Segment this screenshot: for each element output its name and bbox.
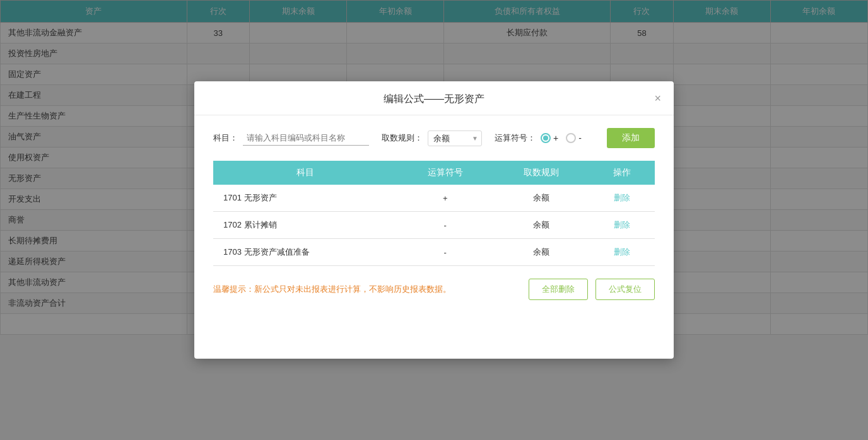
formula-operator: + <box>397 185 493 212</box>
subject-input[interactable] <box>243 130 369 146</box>
modal-title: 编辑公式——无形资产 <box>384 93 484 106</box>
rule-group: 取数规则： 余额 借方 贷方 借方累计 贷方累计 ▼ <box>382 130 482 146</box>
formula-action: 删除 <box>589 212 655 239</box>
radio-plus[interactable]: + <box>541 133 558 143</box>
formula-rule: 余额 <box>493 185 589 212</box>
reset-button[interactable]: 公式复位 <box>595 279 655 300</box>
formula-action: 删除 <box>589 239 655 266</box>
formula-operator: - <box>397 239 493 266</box>
radio-minus-circle <box>566 133 576 143</box>
radio-minus-label: - <box>578 133 582 143</box>
modal-close-button[interactable]: × <box>652 90 664 107</box>
operator-label: 运算符号： <box>495 132 536 144</box>
delete-row-button[interactable]: 删除 <box>614 246 630 258</box>
add-button[interactable]: 添加 <box>607 128 655 148</box>
form-row: 科目： 取数规则： 余额 借方 贷方 借方累计 贷方累计 ▼ 运算符号 <box>194 115 674 161</box>
formula-row: 1702 累计摊销 - 余额 删除 <box>213 212 655 239</box>
radio-plus-label: + <box>553 133 558 143</box>
modal-dialog: 编辑公式——无形资产 × 科目： 取数规则： 余额 借方 贷方 借方累计 贷方累… <box>194 81 674 359</box>
radio-group: + - <box>541 133 582 143</box>
formula-row: 1703 无形资产减值准备 - 余额 删除 <box>213 239 655 266</box>
radio-plus-circle <box>541 133 551 143</box>
footer-hint: 温馨提示：新公式只对未出报表进行计算，不影响历史报表数据。 <box>213 284 451 295</box>
formula-subject: 1703 无形资产减值准备 <box>213 239 397 266</box>
th-action: 操作 <box>589 161 655 185</box>
delete-all-button[interactable]: 全部删除 <box>529 279 588 300</box>
formula-rule: 余额 <box>493 239 589 266</box>
subject-group: 科目： <box>213 130 369 146</box>
formula-rule: 余额 <box>493 212 589 239</box>
table-header-row: 科目 运算符号 取数规则 操作 <box>213 161 655 185</box>
delete-row-button[interactable]: 删除 <box>614 219 630 231</box>
formula-subject: 1702 累计摊销 <box>213 212 397 239</box>
modal-overlay: 编辑公式——无形资产 × 科目： 取数规则： 余额 借方 贷方 借方累计 贷方累… <box>0 0 868 440</box>
th-subject: 科目 <box>213 161 397 185</box>
th-operator: 运算符号 <box>397 161 493 185</box>
formula-action: 删除 <box>589 185 655 212</box>
delete-row-button[interactable]: 删除 <box>614 192 630 204</box>
rule-select-wrapper: 余额 借方 贷方 借方累计 贷方累计 ▼ <box>428 130 482 146</box>
rule-label: 取数规则： <box>382 132 423 144</box>
formula-subject: 1701 无形资产 <box>213 185 397 212</box>
modal-footer: 温馨提示：新公式只对未出报表进行计算，不影响历史报表数据。 全部删除 公式复位 <box>194 266 674 306</box>
th-rule: 取数规则 <box>493 161 589 185</box>
footer-actions: 全部删除 公式复位 <box>529 279 655 300</box>
operator-group: 运算符号： + - <box>495 132 582 144</box>
subject-label: 科目： <box>213 132 238 144</box>
modal-header: 编辑公式——无形资产 × <box>194 81 674 115</box>
rule-select[interactable]: 余额 借方 贷方 借方累计 贷方累计 <box>428 130 482 146</box>
radio-minus[interactable]: - <box>566 133 582 143</box>
formula-table: 科目 运算符号 取数规则 操作 1701 无形资产 + 余额 删除 1702 累… <box>213 161 655 266</box>
formula-operator: - <box>397 212 493 239</box>
formula-row: 1701 无形资产 + 余额 删除 <box>213 185 655 212</box>
